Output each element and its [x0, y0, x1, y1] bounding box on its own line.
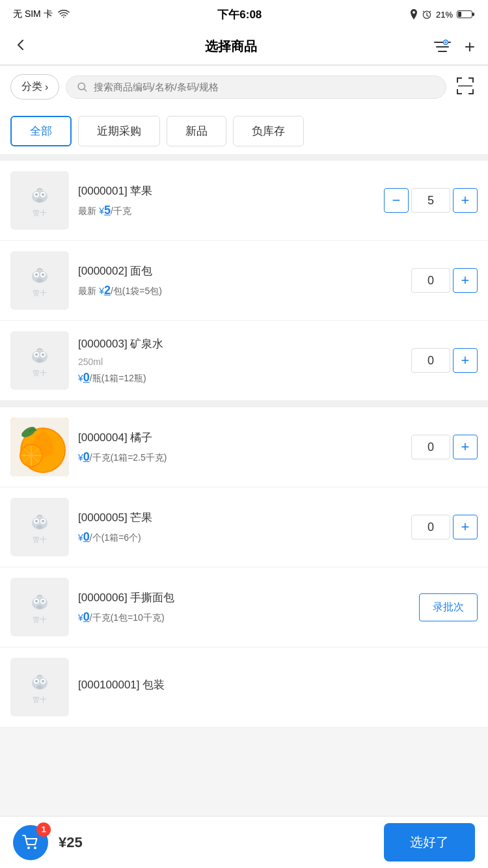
alarm-icon: [422, 9, 432, 20]
increase-button[interactable]: +: [453, 188, 478, 213]
product-item: 管十 [0000003] 矿泉水 250ml ¥0/瓶(1箱=12瓶) +: [0, 321, 488, 401]
owl-logo: 管十: [28, 590, 51, 625]
product-name: [0000001] 苹果: [78, 183, 375, 198]
quantity-input[interactable]: [411, 188, 450, 213]
filter-button[interactable]: [433, 39, 452, 55]
nav-bar: 选择商品 +: [0, 29, 488, 65]
owl-icon: [28, 590, 51, 614]
svg-point-52: [36, 525, 43, 529]
svg-point-35: [42, 353, 44, 356]
product-name: [0000003] 矿泉水: [78, 336, 402, 351]
svg-rect-13: [472, 77, 474, 83]
owl-icon: [28, 344, 51, 367]
cart-button[interactable]: 1: [13, 825, 48, 860]
svg-point-36: [36, 359, 43, 362]
tab-negative[interactable]: 负库存: [233, 116, 304, 146]
latest-label: 最新: [78, 206, 96, 216]
svg-point-58: [36, 605, 43, 609]
filter-icon: [433, 39, 452, 55]
svg-point-29: [42, 273, 44, 276]
svg-point-56: [35, 600, 38, 603]
orange-image: [10, 418, 69, 476]
product-price: ¥0/千克(1箱=2.5千克): [78, 450, 402, 464]
owl-logo: 管十: [28, 264, 51, 298]
product-item: 管十 [0000002] 面包 最新 ¥2/包(1袋=5包) +: [0, 241, 488, 321]
quantity-control: +: [411, 435, 478, 459]
tab-new[interactable]: 新品: [167, 116, 226, 146]
quantity-input[interactable]: [411, 435, 450, 459]
product-spec: 250ml: [78, 357, 402, 367]
svg-point-65: [27, 847, 30, 849]
product-name: [0000005] 芒果: [78, 510, 402, 525]
cart-icon: [21, 834, 40, 852]
price-unit: /包(1袋=5包): [111, 286, 162, 296]
owl-icon: [28, 264, 51, 287]
status-bar: 无 SIM 卡 下午6:08 21%: [0, 0, 488, 29]
quantity-input[interactable]: [411, 515, 450, 539]
svg-point-28: [35, 273, 38, 276]
product-list: 管十 [0000001] 苹果 最新 ¥5/千克 − +: [0, 161, 488, 727]
bottom-bar: 1 ¥25 选好了: [0, 816, 488, 868]
quantity-control: +: [411, 348, 478, 373]
product-thumbnail: 管十: [10, 251, 69, 310]
decrease-button[interactable]: −: [384, 188, 409, 213]
category-button[interactable]: 分类 ›: [10, 74, 59, 100]
product-info: [0000001] 苹果 最新 ¥5/千克: [78, 183, 375, 217]
product-price: 最新 ¥2/包(1袋=5包): [78, 284, 402, 297]
price-value: 5: [104, 204, 111, 217]
increase-button[interactable]: +: [453, 435, 478, 459]
quantity-control: 录批次: [419, 593, 478, 621]
product-item: 管十 [0000005] 芒果 ¥0/个(1箱=6个) +: [0, 487, 488, 567]
battery-icon: [457, 10, 475, 19]
category-chevron-icon: ›: [45, 81, 48, 93]
quantity-control: − +: [384, 188, 478, 213]
back-button[interactable]: [13, 37, 29, 57]
page-title: 选择商品: [205, 38, 257, 55]
search-bar: [66, 75, 446, 99]
price-value: 0: [83, 450, 90, 463]
product-item: [0000004] 橘子 ¥0/千克(1箱=2.5千克) +: [0, 407, 488, 487]
svg-rect-15: [457, 89, 458, 94]
increase-button[interactable]: +: [453, 268, 478, 293]
tab-recent[interactable]: 近期采购: [78, 116, 160, 146]
status-right: 21%: [410, 9, 475, 20]
price-unit: /千克(1包=10千克): [90, 612, 165, 623]
owl-logo: 管十: [28, 183, 51, 218]
product-thumbnail: [10, 418, 69, 476]
product-thumbnail: 管十: [10, 498, 69, 556]
product-name: [0000004] 橘子: [78, 430, 402, 445]
scan-button[interactable]: [453, 74, 478, 100]
svg-point-50: [35, 520, 38, 522]
batch-button[interactable]: 录批次: [419, 593, 478, 621]
nav-right: +: [433, 36, 475, 57]
quantity-input[interactable]: [411, 268, 450, 293]
search-input[interactable]: [94, 81, 436, 92]
status-time: 下午6:08: [217, 7, 262, 22]
latest-label: 最新: [78, 286, 96, 296]
owl-brand-text: 管十: [33, 288, 47, 298]
svg-point-30: [36, 278, 43, 282]
price-unit: /个(1箱=6个): [90, 532, 141, 543]
svg-rect-2: [458, 12, 461, 17]
product-price: 最新 ¥5/千克: [78, 204, 375, 217]
product-info: [000100001] 包装: [78, 677, 478, 698]
tab-all[interactable]: 全部: [10, 116, 72, 146]
increase-button[interactable]: +: [453, 515, 478, 539]
status-left: 无 SIM 卡: [13, 8, 70, 20]
add-button[interactable]: +: [465, 36, 475, 57]
quantity-input[interactable]: [411, 348, 450, 373]
owl-logo: 管十: [28, 670, 51, 705]
svg-rect-17: [472, 89, 474, 94]
product-price: ¥0/个(1箱=6个): [78, 530, 402, 544]
product-thumbnail: 管十: [10, 658, 69, 716]
svg-point-63: [42, 680, 44, 683]
svg-point-51: [42, 520, 44, 522]
product-item: 管十 [000100001] 包装: [0, 647, 488, 727]
owl-icon: [28, 670, 51, 694]
increase-button[interactable]: +: [453, 348, 478, 373]
price-value: 0: [83, 610, 90, 623]
svg-rect-11: [457, 77, 458, 83]
confirm-button[interactable]: 选好了: [384, 823, 475, 861]
svg-rect-3: [472, 13, 474, 16]
product-item: 管十 [0000001] 苹果 最新 ¥5/千克 − +: [0, 161, 488, 241]
